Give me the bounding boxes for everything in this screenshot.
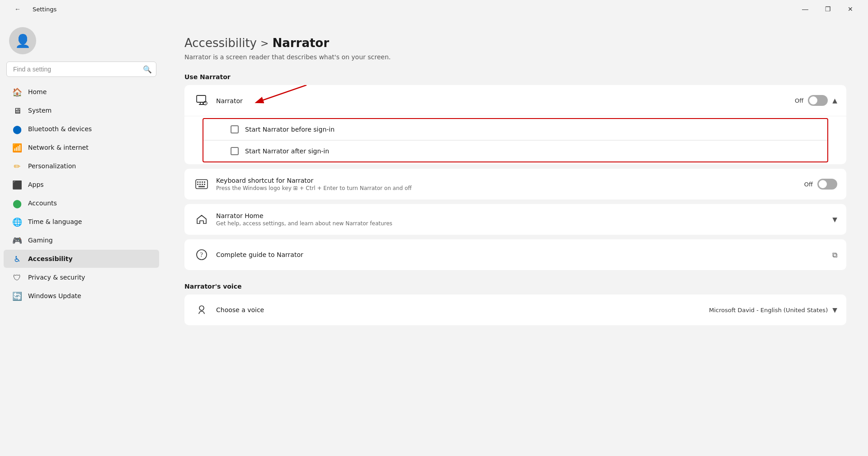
keyboard-toggle-label: Off [804,181,813,188]
narrator-home-card: Narrator Home Get help, access settings,… [184,204,846,235]
page-description: Narrator is a screen reader that describ… [184,53,846,61]
checkbox-before-signin[interactable]: Start Narrator before sign-in [203,119,827,140]
narrator-card: ♪ Narrator Off ▲ Start Narrator befo [184,85,846,164]
narrators-voice-row[interactable]: Choose a voice Microsoft David - English… [184,294,846,325]
narrators-voice-content: Choose a voice [216,306,709,314]
svg-point-19 [199,306,204,310]
narrator-sign-in-options: Start Narrator before sign-in Start Narr… [203,118,828,162]
narrator-chevron-up[interactable]: ▲ [832,97,837,104]
voice-value: Microsoft David - English (United States… [709,307,828,314]
sidebar-item-bluetooth[interactable]: ⬤ Bluetooth & devices [4,120,159,138]
svg-rect-16 [198,186,205,187]
narrator-body: Start Narrator before sign-in Start Narr… [184,118,846,162]
home-row-icon [193,211,210,228]
time-icon: 🌐 [13,217,22,226]
sidebar-item-accounts[interactable]: ⬤ Accounts [4,194,159,212]
sidebar-item-accessibility[interactable]: ♿ Accessibility [4,250,159,268]
narrator-row-right: Off ▲ [795,95,837,106]
content-area: Accessibility > Narrator Narrator is a s… [163,18,868,456]
maximize-button[interactable]: ❐ [817,2,838,16]
bluetooth-icon: ⬤ [13,124,22,133]
narrator-row-content: Narrator [216,96,795,105]
narrators-voice-card: Choose a voice Microsoft David - English… [184,294,846,325]
keyboard-toggle[interactable] [817,179,837,190]
svg-rect-12 [197,184,198,185]
voice-chevron[interactable]: ▼ [832,306,837,314]
narrator-icon: ♪ [193,92,210,109]
sidebar-item-home[interactable]: 🏠 Home [4,83,159,101]
gaming-icon: 🎮 [13,236,22,245]
breadcrumb-parent[interactable]: Accessibility [184,36,257,50]
sidebar-item-label: Bluetooth & devices [28,125,92,133]
section-use-narrator: Use Narrator [184,73,846,81]
keyboard-shortcut-title: Keyboard shortcut for Narrator [216,177,804,184]
svg-rect-14 [202,184,203,185]
keyboard-shortcut-card: Keyboard shortcut for Narrator Press the… [184,169,846,200]
svg-text:♪: ♪ [205,102,207,105]
narrators-voice-right: Microsoft David - English (United States… [709,306,837,314]
search-icon: 🔍 [143,65,152,74]
narrators-voice-title: Narrator's voice [184,283,846,290]
narrator-toggle[interactable] [808,95,828,106]
sidebar-item-label: Windows Update [28,292,81,299]
svg-rect-13 [199,184,201,185]
sidebar-profile: 👤 [0,18,163,62]
sidebar-item-network[interactable]: 📶 Network & internet [4,138,159,157]
back-button[interactable]: ← [7,2,28,16]
narrators-voice-section: Narrator's voice Choose a voice Microsof… [184,283,846,325]
title-bar: ← Settings — ❐ ✕ [0,0,868,18]
external-link-icon: ⧉ [832,251,837,259]
svg-rect-15 [204,184,205,185]
sidebar-item-label: Accessibility [28,255,73,262]
narrator-header-row[interactable]: ♪ Narrator Off ▲ [184,85,846,116]
keyboard-shortcut-content: Keyboard shortcut for Narrator Press the… [216,177,804,191]
svg-rect-9 [199,181,201,183]
sidebar-item-label: Personalization [28,162,76,170]
sidebar-item-personalization[interactable]: ✏️ Personalization [4,157,159,175]
narrator-home-row[interactable]: Narrator Home Get help, access settings,… [184,204,846,235]
privacy-icon: 🛡 [13,273,22,282]
personalization-icon: ✏️ [13,162,22,171]
checkbox-after-signin-box[interactable] [231,147,239,155]
breadcrumb-separator: > [260,38,269,49]
narrator-toggle-label: Off [795,97,803,104]
breadcrumb-current: Narrator [272,36,329,50]
help-circle-icon: ? [193,247,210,263]
narrator-title: Narrator [216,97,243,104]
sidebar-item-system[interactable]: 🖥 System [4,101,159,119]
sidebar-item-label: Gaming [28,237,53,244]
apps-icon: ⬛ [13,180,22,189]
narrator-home-chevron[interactable]: ▼ [832,216,837,223]
svg-rect-10 [202,181,203,183]
complete-guide-right: ⧉ [832,251,837,259]
svg-rect-8 [197,181,198,183]
avatar-icon: 👤 [15,33,31,48]
avatar: 👤 [9,27,36,54]
narrator-home-subtitle: Get help, access settings, and learn abo… [216,220,832,227]
checkbox-after-signin[interactable]: Start Narrator after sign-in [203,140,827,162]
sidebar-item-label: Apps [28,181,44,188]
narrator-home-right: ▼ [832,216,837,223]
complete-guide-row[interactable]: ? Complete guide to Narrator ⧉ [184,239,846,270]
sidebar-item-apps[interactable]: ⬛ Apps [4,176,159,194]
accessibility-icon: ♿ [13,254,22,263]
voice-icon [193,302,210,318]
choose-voice-label: Choose a voice [216,306,709,314]
checkbox-before-signin-box[interactable] [231,125,239,133]
sidebar-item-time[interactable]: 🌐 Time & language [4,213,159,231]
search-box[interactable]: 🔍 [6,62,156,77]
home-icon: 🏠 [13,87,22,96]
sidebar-item-label: Accounts [28,200,57,207]
sidebar-item-privacy[interactable]: 🛡 Privacy & security [4,268,159,286]
sidebar-item-label: Network & internet [28,144,89,151]
minimize-button[interactable]: — [795,2,816,16]
close-button[interactable]: ✕ [840,2,861,16]
sidebar-item-update[interactable]: 🔄 Windows Update [4,287,159,305]
sidebar-item-gaming[interactable]: 🎮 Gaming [4,231,159,249]
accounts-icon: ⬤ [13,199,22,208]
search-input[interactable] [6,62,156,77]
complete-guide-card: ? Complete guide to Narrator ⧉ [184,239,846,270]
svg-text:?: ? [200,252,203,258]
complete-guide-title: Complete guide to Narrator [216,251,832,258]
keyboard-shortcut-row[interactable]: Keyboard shortcut for Narrator Press the… [184,169,846,200]
